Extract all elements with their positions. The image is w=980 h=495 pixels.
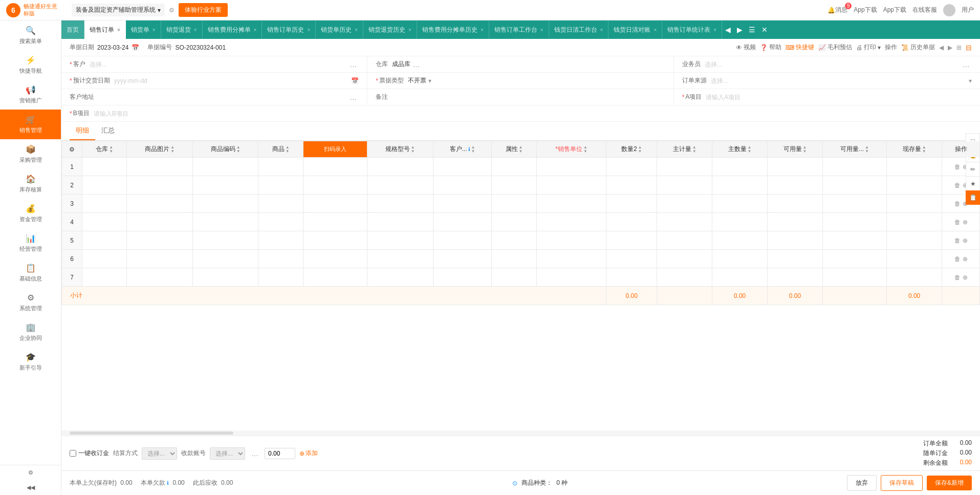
- receipt-account-select[interactable]: 选择...: [210, 447, 245, 460]
- row-product-name[interactable]: [258, 213, 303, 231]
- row-warehouse[interactable]: [82, 176, 127, 195]
- row-main-qty[interactable]: [712, 158, 768, 176]
- row-main-unit[interactable]: [657, 268, 712, 287]
- delete-icon[interactable]: 🗑: [954, 163, 961, 170]
- warehouse-ellipsis[interactable]: …: [410, 60, 422, 69]
- row-product-img[interactable]: [127, 268, 193, 287]
- tab-sales-order-close[interactable]: ×: [117, 27, 120, 33]
- expand-icon[interactable]: ⊟: [966, 44, 972, 52]
- app-download-text[interactable]: App下载: [883, 6, 906, 14]
- tab-sales-refund-close[interactable]: ×: [194, 27, 197, 33]
- tab-sales-order-history[interactable]: 销售订单历史 ×: [262, 20, 316, 39]
- row-attribute[interactable]: [492, 158, 536, 176]
- tab-cash-workbench-close[interactable]: ×: [600, 27, 603, 33]
- row-warehouse[interactable]: [82, 268, 127, 287]
- row-product-name[interactable]: [258, 195, 303, 213]
- tab-nav-prev[interactable]: ◀: [722, 20, 734, 39]
- row-product-code[interactable]: [192, 195, 258, 213]
- tab-sales-stats-close[interactable]: ×: [713, 27, 716, 33]
- row-spec[interactable]: [367, 176, 433, 195]
- row-sales-unit[interactable]: [536, 250, 606, 268]
- tab-nav-close-all[interactable]: ✕: [758, 20, 771, 39]
- row-qty2[interactable]: [606, 250, 657, 268]
- b-project-input[interactable]: [94, 110, 972, 117]
- tab-home[interactable]: 首页: [61, 20, 84, 39]
- row-customer-code[interactable]: [433, 231, 492, 250]
- copy-icon[interactable]: ⊕: [963, 255, 968, 263]
- row-product-name[interactable]: [258, 268, 303, 287]
- payment-amount-input[interactable]: [265, 448, 295, 459]
- view-btn[interactable]: 👁 视频: [736, 43, 756, 52]
- row-customer-code[interactable]: [433, 213, 492, 231]
- row-sales-unit[interactable]: [536, 231, 606, 250]
- sidebar-item-inventory[interactable]: 🏠 库存核算: [0, 169, 61, 199]
- gear-icon[interactable]: ⚙: [169, 7, 175, 14]
- row-warehouse[interactable]: [82, 158, 127, 176]
- nav-prev-icon[interactable]: ◀: [939, 44, 944, 51]
- row-sales-unit[interactable]: [536, 195, 606, 213]
- row-attribute[interactable]: [492, 268, 536, 287]
- delete-icon[interactable]: 🗑: [954, 255, 961, 263]
- tab-sales-stats[interactable]: 销售订单统计表 ×: [662, 20, 722, 39]
- row-current-stock[interactable]: [887, 250, 942, 268]
- tab-cash-workbench[interactable]: 钱货日清工作台 ×: [549, 20, 609, 39]
- sidebar-item-sales[interactable]: 🛒 销售管理: [0, 110, 61, 139]
- tab-sales-fee-history-close[interactable]: ×: [481, 27, 484, 33]
- tab-sales-return-history[interactable]: 销货单历史 ×: [316, 20, 363, 39]
- row-sales-unit[interactable]: [536, 176, 606, 195]
- row-warehouse[interactable]: [82, 231, 127, 250]
- nav-next-icon[interactable]: ▶: [948, 44, 952, 51]
- row-available[interactable]: [768, 250, 823, 268]
- shortcut-btn[interactable]: ⌨ 快捷键: [786, 43, 814, 52]
- save-draft-btn[interactable]: 保存草稿: [881, 475, 923, 491]
- copy-icon[interactable]: ⊕: [963, 219, 968, 226]
- tab-nav-next[interactable]: ▶: [734, 20, 746, 39]
- row-product-img[interactable]: [127, 231, 193, 250]
- row-main-unit[interactable]: [657, 213, 712, 231]
- row-attribute[interactable]: [492, 231, 536, 250]
- copy-icon[interactable]: ⊕: [963, 274, 968, 281]
- horizontal-scrollbar[interactable]: [70, 432, 233, 435]
- sidebar-item-marketing[interactable]: 📢 营销推广: [0, 80, 61, 110]
- tab-sales-refund-history-close[interactable]: ×: [408, 27, 411, 33]
- tab-summary[interactable]: 汇总: [95, 122, 121, 140]
- sidebar-settings-btn[interactable]: ⚙: [0, 465, 61, 480]
- tab-sales-fee-history[interactable]: 销售费用分摊单历史 ×: [417, 20, 489, 39]
- row-product-img[interactable]: [127, 176, 193, 195]
- row-available2[interactable]: [823, 231, 887, 250]
- tab-nav-menu[interactable]: ☰: [746, 20, 758, 39]
- row-main-qty[interactable]: [712, 250, 768, 268]
- sidebar-item-beginner[interactable]: 🎓 新手引导: [0, 347, 61, 377]
- row-spec[interactable]: [367, 195, 433, 213]
- float-btn-3[interactable]: ✏: [966, 162, 980, 176]
- tab-sales-refund-history[interactable]: 销货退货历史 ×: [363, 20, 417, 39]
- sidebar-item-search[interactable]: 🔍 搜索菜单: [0, 20, 61, 50]
- tab-sales-order[interactable]: 销售订单 ×: [84, 20, 126, 39]
- row-product-code[interactable]: [192, 158, 258, 176]
- row-customer-code[interactable]: [433, 268, 492, 287]
- row-available2[interactable]: [823, 176, 887, 195]
- sidebar-item-purchase[interactable]: 📦 采购管理: [0, 139, 61, 169]
- row-main-unit[interactable]: [657, 176, 712, 195]
- row-product-name[interactable]: [258, 250, 303, 268]
- row-spec[interactable]: [367, 158, 433, 176]
- float-btn-5[interactable]: 📋: [966, 190, 980, 205]
- row-product-img[interactable]: [127, 250, 193, 268]
- row-scan[interactable]: [303, 195, 367, 213]
- history-btn[interactable]: 📜 历史单据: [901, 43, 935, 52]
- row-current-stock[interactable]: [887, 231, 942, 250]
- copy-icon[interactable]: ⊕: [963, 237, 968, 244]
- row-current-stock[interactable]: [887, 158, 942, 176]
- row-available2[interactable]: [823, 268, 887, 287]
- row-current-stock[interactable]: [887, 195, 942, 213]
- row-qty2[interactable]: [606, 195, 657, 213]
- customer-code-info-icon[interactable]: ℹ: [468, 146, 470, 152]
- note-input[interactable]: [392, 94, 665, 101]
- a-project-input[interactable]: [706, 94, 972, 101]
- sidebar-item-base-info[interactable]: 📋 基础信息: [0, 258, 61, 288]
- row-product-img[interactable]: [127, 195, 193, 213]
- row-available[interactable]: [768, 176, 823, 195]
- row-main-unit[interactable]: [657, 195, 712, 213]
- row-customer-code[interactable]: [433, 176, 492, 195]
- row-sales-unit[interactable]: [536, 213, 606, 231]
